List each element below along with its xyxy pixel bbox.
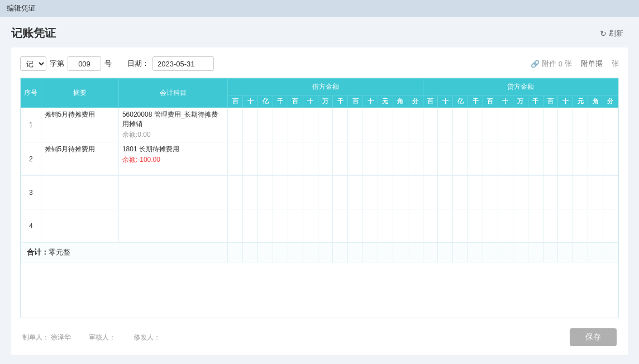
debit-digit-cell[interactable] <box>378 142 393 176</box>
credit-digit-cell[interactable] <box>543 142 558 176</box>
debit-digit-cell[interactable] <box>333 108 348 142</box>
credit-digit-cell[interactable] <box>483 176 498 209</box>
debit-digit-cell[interactable] <box>318 176 333 209</box>
credit-digit-cell[interactable] <box>573 209 588 243</box>
credit-digit-cell[interactable] <box>573 108 588 142</box>
debit-digit-cell[interactable] <box>243 209 258 243</box>
credit-digit-cell[interactable] <box>528 142 543 176</box>
debit-digit-cell[interactable] <box>393 108 408 142</box>
credit-digit-cell[interactable] <box>483 108 498 142</box>
debit-digit-cell[interactable] <box>303 142 318 176</box>
debit-digit-cell[interactable] <box>408 142 423 176</box>
debit-digit-cell[interactable] <box>273 142 288 176</box>
cell-account[interactable] <box>118 209 228 243</box>
debit-digit-cell[interactable] <box>273 176 288 209</box>
credit-digit-cell[interactable] <box>543 209 558 243</box>
cell-summary[interactable]: 摊销5月待摊费用 <box>41 142 118 176</box>
credit-digit-cell[interactable] <box>498 108 513 142</box>
credit-digit-cell[interactable] <box>603 176 618 209</box>
debit-digit-cell[interactable] <box>393 142 408 176</box>
credit-digit-cell[interactable] <box>423 142 438 176</box>
date-input[interactable] <box>152 56 214 71</box>
credit-digit-cell[interactable] <box>588 176 603 209</box>
debit-digit-cell[interactable] <box>363 209 378 243</box>
debit-digit-cell[interactable] <box>258 142 273 176</box>
credit-digit-cell[interactable] <box>558 209 573 243</box>
debit-digit-cell[interactable] <box>273 209 288 243</box>
credit-digit-cell[interactable] <box>468 176 483 209</box>
credit-digit-cell[interactable] <box>513 209 528 243</box>
credit-digit-cell[interactable] <box>588 108 603 142</box>
debit-digit-cell[interactable] <box>378 108 393 142</box>
credit-digit-cell[interactable] <box>543 108 558 142</box>
debit-digit-cell[interactable] <box>288 209 303 243</box>
credit-digit-cell[interactable] <box>423 108 438 142</box>
cell-account[interactable] <box>118 176 228 209</box>
voucher-type-select[interactable]: 记 <box>20 56 46 71</box>
debit-digit-cell[interactable] <box>243 108 258 142</box>
debit-digit-cell[interactable] <box>408 176 423 209</box>
debit-digit-cell[interactable] <box>363 142 378 176</box>
credit-digit-cell[interactable] <box>603 142 618 176</box>
credit-digit-cell[interactable] <box>513 142 528 176</box>
debit-digit-cell[interactable] <box>318 209 333 243</box>
debit-digit-cell[interactable] <box>408 209 423 243</box>
debit-digit-cell[interactable] <box>273 108 288 142</box>
cell-account[interactable]: 1801 长期待摊费用余额:-100.00 <box>118 142 228 176</box>
debit-digit-cell[interactable] <box>348 209 363 243</box>
debit-digit-cell[interactable] <box>393 209 408 243</box>
debit-digit-cell[interactable] <box>348 176 363 209</box>
debit-digit-cell[interactable] <box>303 176 318 209</box>
debit-digit-cell[interactable] <box>408 108 423 142</box>
credit-digit-cell[interactable] <box>588 142 603 176</box>
cell-account[interactable]: 56020008 管理费用_长期待摊费用摊销余额:0.00 <box>118 108 228 142</box>
voucher-number-input[interactable] <box>68 56 101 71</box>
debit-digit-cell[interactable] <box>288 142 303 176</box>
debit-digit-cell[interactable] <box>333 209 348 243</box>
debit-digit-cell[interactable] <box>348 142 363 176</box>
credit-digit-cell[interactable] <box>438 176 453 209</box>
table-row[interactable]: 3 <box>21 176 618 209</box>
credit-digit-cell[interactable] <box>528 108 543 142</box>
credit-digit-cell[interactable] <box>573 176 588 209</box>
credit-digit-cell[interactable] <box>528 176 543 209</box>
credit-digit-cell[interactable] <box>468 108 483 142</box>
credit-digit-cell[interactable] <box>498 176 513 209</box>
debit-digit-cell[interactable] <box>333 142 348 176</box>
credit-digit-cell[interactable] <box>468 209 483 243</box>
debit-digit-cell[interactable] <box>228 176 243 209</box>
save-button[interactable]: 保存 <box>570 328 617 346</box>
debit-digit-cell[interactable] <box>333 176 348 209</box>
table-row[interactable]: 1摊销5月待摊费用56020008 管理费用_长期待摊费用摊销余额:0.00 <box>21 108 618 142</box>
debit-digit-cell[interactable] <box>228 209 243 243</box>
debit-digit-cell[interactable] <box>228 108 243 142</box>
attachment-link[interactable]: 🔗 附件 0 张 <box>531 59 572 69</box>
debit-digit-cell[interactable] <box>303 108 318 142</box>
credit-digit-cell[interactable] <box>423 176 438 209</box>
refresh-button[interactable]: ↻ 刷新 <box>595 26 628 41</box>
credit-digit-cell[interactable] <box>483 142 498 176</box>
credit-digit-cell[interactable] <box>453 176 468 209</box>
attachment-single[interactable]: 附单据 <box>581 59 603 69</box>
cell-summary[interactable] <box>41 209 118 243</box>
cell-summary[interactable] <box>41 176 118 209</box>
credit-digit-cell[interactable] <box>588 209 603 243</box>
credit-digit-cell[interactable] <box>453 209 468 243</box>
debit-digit-cell[interactable] <box>288 108 303 142</box>
debit-digit-cell[interactable] <box>348 108 363 142</box>
debit-digit-cell[interactable] <box>318 142 333 176</box>
debit-digit-cell[interactable] <box>378 176 393 209</box>
credit-digit-cell[interactable] <box>498 142 513 176</box>
credit-digit-cell[interactable] <box>558 142 573 176</box>
cell-summary[interactable]: 摊销5月待摊费用 <box>41 108 118 142</box>
debit-digit-cell[interactable] <box>363 176 378 209</box>
credit-digit-cell[interactable] <box>558 176 573 209</box>
debit-digit-cell[interactable] <box>303 209 318 243</box>
credit-digit-cell[interactable] <box>513 108 528 142</box>
debit-digit-cell[interactable] <box>258 209 273 243</box>
credit-digit-cell[interactable] <box>453 108 468 142</box>
debit-digit-cell[interactable] <box>243 142 258 176</box>
debit-digit-cell[interactable] <box>258 176 273 209</box>
credit-digit-cell[interactable] <box>573 142 588 176</box>
debit-digit-cell[interactable] <box>288 176 303 209</box>
